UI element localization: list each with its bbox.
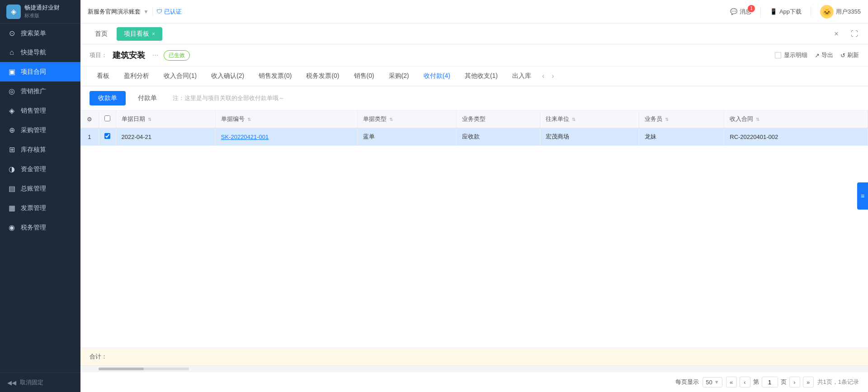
- funds-icon: ◑: [7, 165, 16, 173]
- sidebar-item-search[interactable]: ⊙ 搜索菜单: [0, 24, 80, 43]
- tab-purchase[interactable]: 采购(2): [382, 67, 416, 86]
- dropdown-icon: ▼: [714, 379, 719, 385]
- sidebar-item-tax[interactable]: ◉ 税务管理: [0, 218, 80, 237]
- table-row[interactable]: 1 2022-04-21 SK-20220421-001 蓝单 应收款 宏茂商场…: [80, 128, 868, 146]
- row-check[interactable]: [99, 128, 116, 146]
- refresh-button[interactable]: ↺ 刷新: [840, 51, 859, 59]
- tab-receipts[interactable]: 收付款(4): [416, 67, 458, 86]
- select-all-checkbox[interactable]: [104, 115, 110, 121]
- sort-icon: ⇅: [572, 117, 576, 122]
- doc-number-link[interactable]: SK-20220421-001: [221, 134, 269, 140]
- first-page-button[interactable]: «: [726, 377, 737, 387]
- sidebar-item-purchase[interactable]: ⊕ 采购管理: [0, 120, 80, 140]
- tab-close-icon[interactable]: ×: [152, 31, 155, 37]
- page-nav: « ‹ 第 页 › »: [726, 377, 814, 387]
- tab-scroll-left[interactable]: ‹: [538, 72, 548, 80]
- subtab-receipt[interactable]: 收款单: [90, 91, 126, 105]
- page-number-input[interactable]: [762, 377, 778, 387]
- sidebar-item-label: 采购管理: [21, 126, 46, 134]
- sort-icon: ⇅: [756, 117, 760, 122]
- user-menu[interactable]: 🐱 用户3355: [820, 5, 861, 19]
- app-edition: 标准版: [24, 12, 60, 19]
- window-close-button[interactable]: ×: [830, 28, 843, 40]
- ledger-icon: ▤: [7, 184, 16, 193]
- per-page-select[interactable]: 50 ▼: [703, 377, 722, 387]
- tab-income-contract[interactable]: 收入合同(1): [156, 67, 204, 86]
- project-header: 项目： 建筑安装 ··· 已生效 显示明细 ↗ 导出 ↺ 刷新: [80, 44, 868, 67]
- page-tabs: 首页 项目看板 × × ⛶: [80, 24, 868, 44]
- subtab-payment[interactable]: 付款单: [129, 91, 165, 105]
- sort-icon: ⇅: [247, 117, 251, 122]
- sidebar-item-inventory[interactable]: ⊞ 库存核算: [0, 140, 80, 159]
- tab-inout[interactable]: 出入库: [505, 67, 538, 86]
- tab-project-kanban[interactable]: 项目看板 ×: [117, 27, 162, 41]
- sidebar-item-shortcuts[interactable]: ⌂ 快捷导航: [0, 43, 80, 62]
- row-income-contract: RC-20220401-002: [724, 128, 868, 146]
- tab-home[interactable]: 首页: [88, 27, 115, 41]
- export-button[interactable]: ↗ 导出: [815, 51, 833, 59]
- last-page-button[interactable]: »: [803, 377, 814, 387]
- tab-other-income[interactable]: 其他收支(1): [458, 67, 505, 86]
- window-controls: × ⛶: [830, 28, 861, 40]
- app-download-label: App下载: [779, 8, 802, 16]
- sidebar-unpin[interactable]: ◀◀ 取消固定: [0, 373, 80, 392]
- message-button[interactable]: 💬 消息 1: [730, 8, 751, 16]
- tab-income-confirm[interactable]: 收入确认(2): [204, 67, 251, 86]
- th-date[interactable]: 单据日期 ⇅: [116, 110, 215, 128]
- sidebar-header: ◈ 畅捷通好业财 标准版: [0, 0, 80, 24]
- th-doc-type[interactable]: 单据类型 ⇅: [358, 110, 457, 128]
- per-page-value: 50: [706, 379, 712, 386]
- th-salesman[interactable]: 业务员 ⇅: [639, 110, 724, 128]
- scroll-track[interactable]: [99, 368, 189, 370]
- sidebar-item-invoice[interactable]: ▦ 发票管理: [0, 198, 80, 218]
- subtab-payment-label: 付款单: [138, 94, 157, 101]
- row-partner: 宏茂商场: [540, 128, 639, 146]
- topbar-divider2: [811, 6, 811, 17]
- account-selector[interactable]: 新服务官网演示账套 ▼: [88, 8, 149, 16]
- message-icon: 💬: [730, 8, 737, 15]
- row-number[interactable]: SK-20220421-001: [215, 128, 357, 146]
- th-gear[interactable]: ⚙: [80, 110, 99, 128]
- next-page-button[interactable]: ›: [789, 377, 800, 387]
- export-label: 导出: [821, 51, 833, 59]
- tab-scroll-right[interactable]: ›: [548, 72, 557, 80]
- total-info: 共1页，1条记录: [817, 378, 859, 386]
- th-partner[interactable]: 往来单位 ⇅: [540, 110, 639, 128]
- app-logo: ◈: [6, 5, 21, 19]
- sidebar-item-funds[interactable]: ◑ 资金管理: [0, 159, 80, 179]
- tab-sales[interactable]: 销售(0): [347, 67, 382, 86]
- th-biz-type: 业务类型: [457, 110, 540, 128]
- refresh-label: 刷新: [847, 51, 859, 59]
- panel-toggle-icon: ≡: [861, 192, 864, 200]
- table-container: ⚙ 单据日期 ⇅ 单据编号: [80, 110, 868, 348]
- sidebar-item-marketing[interactable]: ◎ 营销推广: [0, 81, 80, 101]
- tax-icon: ◉: [7, 223, 16, 232]
- tab-tax-invoice[interactable]: 税务发票(0): [299, 67, 346, 86]
- row-biz-type: 应收款: [457, 128, 540, 146]
- th-income-contract[interactable]: 收入合同 ⇅: [724, 110, 868, 128]
- sidebar-item-label: 税务管理: [21, 224, 46, 232]
- sidebar-item-sales[interactable]: ◈ 销售管理: [0, 101, 80, 120]
- sidebar-item-label: 库存核算: [21, 146, 46, 154]
- th-number[interactable]: 单据编号 ⇅: [215, 110, 357, 128]
- topbar-divider: [760, 6, 761, 17]
- right-panel-button[interactable]: ≡: [857, 182, 868, 210]
- window-maximize-button[interactable]: ⛶: [848, 28, 861, 40]
- tab-kanban[interactable]: 看板: [90, 67, 117, 86]
- project-more-button[interactable]: ···: [152, 51, 158, 59]
- th-check[interactable]: [99, 110, 116, 128]
- home-icon: ⌂: [7, 48, 16, 57]
- sidebar-item-label: 搜索菜单: [21, 29, 46, 38]
- prev-page-button[interactable]: ‹: [740, 377, 750, 387]
- sidebar-item-ledger[interactable]: ▤ 总账管理: [0, 179, 80, 198]
- tab-sales-invoice[interactable]: 销售发票(0): [251, 67, 299, 86]
- sidebar-item-contracts[interactable]: ▣ 项目合同: [0, 62, 80, 81]
- summary-row: 合计：: [80, 348, 868, 365]
- show-detail-checkbox[interactable]: 显示明细: [775, 51, 807, 59]
- scrollbar-row[interactable]: [80, 365, 868, 372]
- row-checkbox[interactable]: [104, 133, 110, 139]
- tab-profit[interactable]: 盈利分析: [117, 67, 156, 86]
- app-download-button[interactable]: 📱 App下载: [770, 8, 802, 16]
- shield-icon: 🛡: [156, 8, 162, 15]
- scroll-thumb[interactable]: [99, 368, 144, 370]
